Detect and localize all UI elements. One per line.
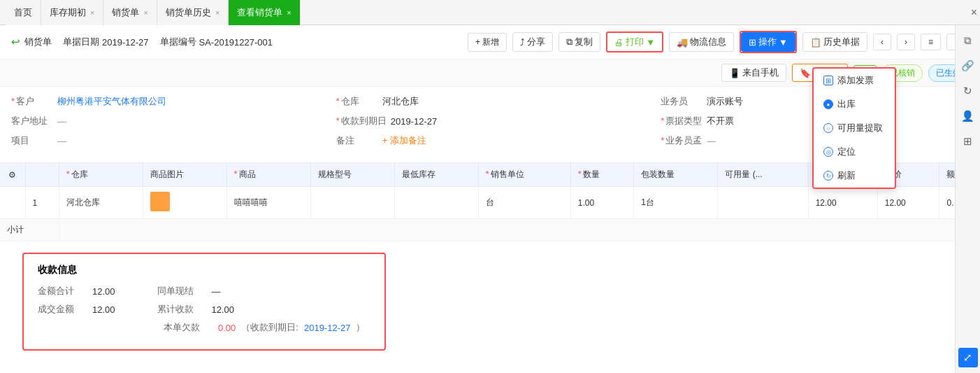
cell-product-img <box>143 187 226 219</box>
balance-value: 0.00 <box>218 323 236 333</box>
balance-item: 本单欠款 0.00 （收款到期日: 2019-12-27 ） <box>164 321 365 334</box>
cell-pack-qty: 1台 <box>634 187 718 219</box>
link-sidebar-btn[interactable]: 🔗 <box>958 56 978 76</box>
cumulative-label: 累计收款 <box>157 303 206 316</box>
customer-field: 客户 柳州粤港平安气体有限公司 <box>11 95 319 108</box>
subtotal-label: 小计 <box>0 219 59 241</box>
ticket-icon: 🔖 <box>800 68 811 78</box>
print-icon: 🖨 <box>614 37 624 48</box>
payment-row-3: 本单欠款 0.00 （收款到期日: 2019-12-27 ） <box>38 321 370 334</box>
address-field: 客户地址 — <box>11 115 319 127</box>
warehouse-label: 仓库 <box>336 95 378 108</box>
locate-icon: ◎ <box>823 147 833 157</box>
ops-dropdown-icon: ▼ <box>779 37 788 48</box>
cumulative-item: 累计收款 12.00 <box>157 303 235 316</box>
share-icon: ⤴ <box>520 37 525 48</box>
table-sidebar-btn[interactable]: ⊞ <box>958 132 978 151</box>
project-field: 项目 — <box>11 134 319 147</box>
close-tab-inventory[interactable]: × <box>90 8 94 17</box>
subtotal-row: 小计 <box>0 219 980 241</box>
doc-type-icon: ↩ <box>11 36 20 48</box>
dropdown-locate[interactable]: ◎ 定位 <box>814 140 895 164</box>
dropdown-available-qty[interactable]: ○ 可用量提取 <box>814 116 895 140</box>
tab-home[interactable]: 首页 <box>6 0 41 25</box>
invoice-type-value: 不开票 <box>707 115 734 127</box>
tab-view-sales[interactable]: 查看销货单 × <box>229 0 300 25</box>
operations-highlight-wrapper: ⊞ 操作 ▼ <box>740 31 797 53</box>
history-icon: 📋 <box>810 37 821 48</box>
person-sidebar-btn[interactable]: 👤 <box>958 106 978 126</box>
logistics-button[interactable]: 🚚 物流信息 <box>669 32 734 52</box>
copy-button[interactable]: ⧉ 复制 <box>559 32 600 52</box>
biz-salesperson-label: 业务员孟 <box>661 134 702 147</box>
close-tab-view-sales[interactable]: × <box>287 8 291 17</box>
note-field: 备注 + 添加备注 <box>336 134 644 147</box>
doc-actions: + 新增 ⤴ 分享 ⧉ 复制 🖨 打印 ▼ 🚚 物流信息 <box>468 31 969 53</box>
tab-sales-order[interactable]: 销货单 × <box>103 0 157 25</box>
invoice-type-label: 票据类型 <box>661 115 702 127</box>
doc-header: ↩ 销货单 单据日期 2019-12-27 单据编号 SA-20191227-0… <box>0 25 980 59</box>
copy-sidebar-btn[interactable]: ⧉ <box>958 31 978 50</box>
project-value: — <box>57 136 66 146</box>
copy-icon: ⧉ <box>566 36 572 48</box>
payment-wrapper: 收款信息 金额合计 12.00 同单现结 — 成交金额 12.00 累计收款 <box>0 241 980 362</box>
total-amount-item: 金额合计 12.00 <box>38 285 115 297</box>
customer-label: 客户 <box>11 95 53 108</box>
history-records-button[interactable]: 📋 历史单据 <box>802 32 867 52</box>
tab-inventory-init[interactable]: 库存期初 × <box>41 0 103 25</box>
cell-available <box>718 187 808 219</box>
cell-min-stock <box>394 187 478 219</box>
transaction-item: 成交金额 12.00 <box>38 303 115 316</box>
cell-sales-unit: 台 <box>478 187 570 219</box>
layout1-button[interactable]: ≡ <box>921 34 941 50</box>
address-label: 客户地址 <box>11 115 53 127</box>
same-order-value: — <box>212 286 221 297</box>
refresh-sidebar-btn[interactable]: ↻ <box>958 81 978 101</box>
next-doc-button[interactable]: › <box>897 34 915 50</box>
truck-icon: 🚚 <box>677 37 688 48</box>
warehouse-field: 仓库 河北仓库 <box>336 95 644 108</box>
warehouse-out-icon: ● <box>823 99 833 109</box>
cell-product: 嘻嘻嘻嘻 <box>226 187 310 219</box>
balance-note: （收款到期日: <box>241 321 298 334</box>
print-button[interactable]: 🖨 打印 ▼ <box>607 33 662 51</box>
dropdown-add-invoice[interactable]: ⊞ 添加发票 <box>814 69 895 92</box>
cell-unit-price: 12.00 <box>877 187 939 219</box>
available-qty-icon: ○ <box>823 123 833 133</box>
operations-button[interactable]: ⊞ 操作 ▼ <box>741 32 795 52</box>
cumulative-value: 12.00 <box>212 304 235 315</box>
operations-dropdown: ⊞ 添加发票 ● 出库 ○ 可用量提取 ◎ 定位 ↻ 刷新 <box>812 67 896 189</box>
close-tab-sales-history[interactable]: × <box>215 8 219 17</box>
total-amount-label: 金额合计 <box>38 285 87 297</box>
th-spec: 规格型号 <box>310 163 394 187</box>
product-image-thumbnail <box>150 192 170 211</box>
note-label: 备注 <box>336 134 378 147</box>
th-product: *商品 <box>226 163 310 187</box>
same-order-label: 同单现结 <box>157 285 206 297</box>
th-available: 可用量 (... <box>718 163 808 187</box>
tab-bar: 首页 库存期初 × 销货单 × 销货单历史 × 查看销货单 × × <box>0 0 980 25</box>
close-tab-sales[interactable]: × <box>143 8 147 17</box>
share-button[interactable]: ⤴ 分享 <box>512 32 553 52</box>
th-gear: ⚙ <box>0 163 25 187</box>
print-highlight-wrapper: 🖨 打印 ▼ <box>606 31 663 52</box>
from-phone-button[interactable]: 📱 来自手机 <box>721 64 786 82</box>
window-close-button[interactable]: × <box>971 6 977 19</box>
balance-date: 2019-12-27 <box>304 323 351 333</box>
add-note-button[interactable]: + 添加备注 <box>382 134 426 147</box>
date-label-field: 单据日期 2019-12-27 <box>63 36 149 48</box>
th-pack-qty: 包装数量 <box>634 163 718 187</box>
dropdown-refresh[interactable]: ↻ 刷新 <box>814 164 895 188</box>
payment-section: 收款信息 金额合计 12.00 同单现结 — 成交金额 12.00 累计收款 <box>22 253 386 351</box>
expand-sidebar-btn[interactable]: ⤢ <box>958 348 978 367</box>
tab-sales-history[interactable]: 销货单历史 × <box>157 0 229 25</box>
prev-doc-button[interactable]: ‹ <box>873 34 891 50</box>
customer-value[interactable]: 柳州粤港平安气体有限公司 <box>57 95 166 108</box>
add-invoice-icon: ⊞ <box>823 76 833 85</box>
table-row: 1 河北仓库 嘻嘻嘻嘻 台 1.00 1台 12.00 12.00 0. <box>0 187 980 219</box>
dropdown-warehouse-out[interactable]: ● 出库 <box>814 92 895 116</box>
payment-date-value: 2019-12-27 <box>391 116 438 127</box>
new-button[interactable]: + 新增 <box>468 33 507 52</box>
doc-title: ↩ 销货单 <box>11 36 52 48</box>
cell-quantity: 1.00 <box>570 187 634 219</box>
